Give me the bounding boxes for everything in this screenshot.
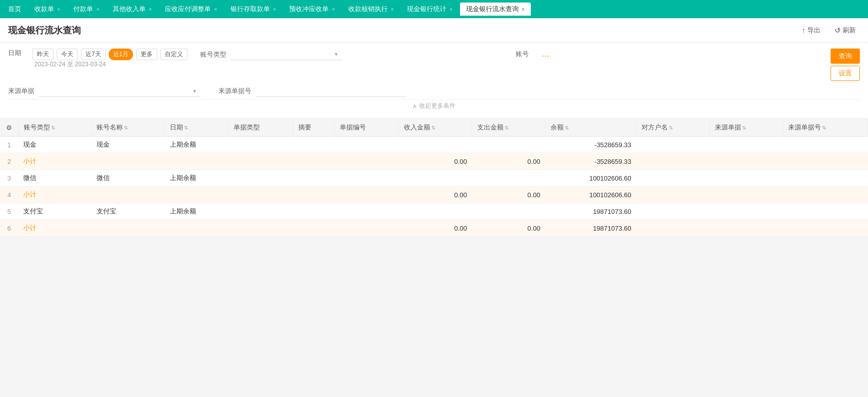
export-label: 导出 — [807, 26, 820, 35]
nav-tab-label: 收款核销执行 — [348, 5, 388, 14]
date-option-今天[interactable]: 今天 — [57, 49, 78, 60]
cell-summary — [293, 187, 334, 203]
cell-counterpart — [636, 203, 710, 220]
date-option-近7天[interactable]: 近7天 — [81, 49, 106, 60]
cell-summary — [293, 220, 334, 237]
nav-tab-预收冲应收单[interactable]: 预收冲应收单× — [283, 3, 341, 16]
cell-idx: 3 — [0, 170, 18, 187]
date-option-近1月[interactable]: 近1月 — [109, 49, 133, 60]
nav-tab-close-icon[interactable]: × — [391, 6, 394, 12]
col-header-source_doc_no[interactable]: 来源单据号⇅ — [783, 119, 868, 137]
collapse-label: 收起更多条件 — [419, 102, 455, 110]
col-header-income[interactable]: 收入金额⇅ — [399, 119, 472, 137]
nav-tab-现金银行统计[interactable]: 现金银行统计× — [401, 3, 459, 16]
col-header-expense[interactable]: 支出金额⇅ — [472, 119, 545, 137]
cell-counterpart — [636, 220, 710, 237]
collapse-button[interactable]: ∧ 收起更多条件 — [8, 99, 860, 112]
nav-tab-其他收入单[interactable]: 其他收入单× — [107, 3, 158, 16]
cell-doc_type — [229, 137, 293, 153]
data-table: ⚙账号类型⇅账号名称⇅日期⇅单据类型摘要单据编号收入金额⇅支出金额⇅余额⇅对方户… — [0, 119, 868, 237]
account-type-chevron-icon: ▾ — [335, 51, 338, 58]
gear-icon[interactable]: ⚙ — [6, 124, 12, 131]
settings-button[interactable]: 设置 — [831, 66, 860, 81]
source-doc-select[interactable]: ▾ — [38, 85, 200, 97]
col-header-account_name[interactable]: 账号名称⇅ — [92, 119, 165, 137]
nav-tab-label: 付款单 — [73, 5, 93, 14]
refresh-label: 刷新 — [843, 26, 856, 35]
nav-tab-close-icon[interactable]: × — [449, 6, 452, 12]
source-doc-no-label: 来源单据号 — [218, 86, 251, 96]
sort-icon: ⇅ — [431, 125, 435, 130]
table-row: 6小计0.000.0019871073.60 — [0, 220, 868, 237]
sort-icon: ⇅ — [669, 125, 673, 130]
nav-tab-现金银行流水查询[interactable]: 现金银行流水查询× — [460, 3, 531, 16]
nav-tab-银行存取款单[interactable]: 银行存取款单× — [224, 3, 282, 16]
nav-tab-付款单[interactable]: 付款单× — [67, 3, 105, 16]
refresh-button[interactable]: ↺ 刷新 — [831, 24, 860, 37]
cell-account_type: 现金 — [18, 137, 92, 153]
date-option-自定义[interactable]: 自定义 — [160, 49, 188, 60]
nav-tab-应收应付调整单[interactable]: 应收应付调整单× — [159, 3, 223, 16]
source-doc-label: 来源单据 — [8, 86, 34, 96]
cell-counterpart — [636, 187, 710, 203]
sort-icon: ⇅ — [565, 125, 569, 130]
query-button[interactable]: 查询 — [831, 49, 860, 64]
cell-source_doc — [710, 170, 783, 187]
cell-expense: 0.00 — [472, 220, 545, 237]
col-header-gear: ⚙ — [0, 119, 18, 137]
col-header-source_doc[interactable]: 来源单据⇅ — [710, 119, 783, 137]
date-option-更多[interactable]: 更多 — [136, 49, 157, 60]
cell-source_doc — [710, 220, 783, 237]
col-header-date[interactable]: 日期⇅ — [165, 119, 229, 137]
col-header-balance[interactable]: 余额⇅ — [545, 119, 636, 137]
date-option-昨天[interactable]: 昨天 — [32, 49, 54, 60]
filter-line-2: 来源单据 ▾ 来源单据号 — [8, 85, 860, 97]
cell-doc_no — [334, 137, 399, 153]
date-label: 日期 — [8, 49, 28, 58]
table-row: 4小计0.000.00100102606.60 — [0, 187, 868, 203]
top-nav: 首页 收款单×付款单×其他收入单×应收应付调整单×银行存取款单×预收冲应收单×收… — [0, 0, 868, 18]
cell-source_doc_no — [783, 170, 868, 187]
cell-income: 0.00 — [399, 187, 472, 203]
nav-home[interactable]: 首页 — [2, 3, 27, 16]
nav-tab-close-icon[interactable]: × — [96, 6, 99, 12]
cell-expense — [472, 137, 545, 153]
cell-balance: -3528659.33 — [545, 153, 636, 170]
account-type-select[interactable]: ▾ — [231, 49, 342, 60]
nav-tab-label: 其他收入单 — [113, 5, 146, 14]
cell-source_doc_no — [783, 137, 868, 153]
cell-account_type: 微信 — [18, 170, 92, 187]
account-no-label: 账号 — [516, 50, 536, 59]
sort-icon: ⇅ — [822, 125, 826, 130]
cell-counterpart — [636, 153, 710, 170]
nav-tab-label: 现金银行统计 — [407, 5, 446, 14]
nav-tab-收款核销执行[interactable]: 收款核销执行× — [342, 3, 400, 16]
export-button[interactable]: ↑ 导出 — [798, 24, 825, 37]
nav-tab-close-icon[interactable]: × — [214, 6, 217, 12]
cell-income — [399, 137, 472, 153]
cell-summary — [293, 137, 334, 153]
refresh-icon: ↺ — [835, 26, 841, 34]
nav-tab-close-icon[interactable]: × — [273, 6, 276, 12]
nav-tab-close-icon[interactable]: × — [149, 6, 152, 12]
page-title: 现金银行流水查询 — [8, 24, 81, 36]
nav-tab-close-icon[interactable]: × — [332, 6, 335, 12]
nav-tab-close-icon[interactable]: × — [522, 6, 525, 12]
cell-expense: 0.00 — [472, 153, 545, 170]
nav-tabs-container: 收款单×付款单×其他收入单×应收应付调整单×银行存取款单×预收冲应收单×收款核销… — [28, 3, 531, 16]
date-block: 昨天今天近7天近1月更多自定义 2023-02-24 至 2023-03-24 — [32, 49, 188, 69]
nav-tab-收款单[interactable]: 收款单× — [28, 3, 66, 16]
cell-doc_type — [229, 170, 293, 187]
account-no-ellipsis[interactable]: ... — [540, 49, 552, 59]
table-container: ⚙账号类型⇅账号名称⇅日期⇅单据类型摘要单据编号收入金额⇅支出金额⇅余额⇅对方户… — [0, 119, 868, 237]
cell-summary — [293, 153, 334, 170]
col-header-account_type[interactable]: 账号类型⇅ — [18, 119, 92, 137]
cell-source_doc — [710, 187, 783, 203]
cell-summary — [293, 203, 334, 220]
source-doc-no-input[interactable] — [255, 85, 407, 97]
cell-date: 上期余额 — [165, 170, 229, 187]
nav-tab-close-icon[interactable]: × — [57, 6, 60, 12]
col-header-counterpart[interactable]: 对方户名⇅ — [636, 119, 710, 137]
cell-doc_no — [334, 153, 399, 170]
cell-balance: 100102606.60 — [545, 187, 636, 203]
